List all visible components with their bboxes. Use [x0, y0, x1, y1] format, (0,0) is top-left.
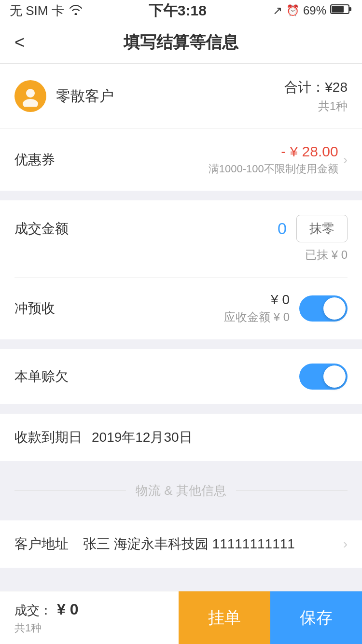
address-value: 张三 海淀永丰科技园 11111111111 — [83, 535, 343, 553]
back-button[interactable]: < — [14, 32, 25, 53]
logistics-label: 物流 & 其他信息 — [136, 482, 226, 499]
bottom-total-amount: ¥ 0 — [57, 601, 78, 618]
prepay-toggle[interactable] — [299, 295, 348, 322]
due-date-section: 收款到期日 2019年12月30日 — [0, 414, 362, 461]
customer-section: 零散客户 合计：¥28 共1种 优惠券 - ¥ 28.00 满1000-100不… — [0, 64, 362, 191]
coupon-label: 优惠券 — [14, 151, 55, 169]
bottom-total-label: 成交： — [14, 602, 52, 619]
battery-icon — [330, 3, 352, 18]
status-bar: 无 SIM 卡 下午3:18 ↗ ⏰ 69% — [0, 0, 362, 21]
status-right: ↗ ⏰ 69% — [273, 3, 352, 18]
svg-point-4 — [23, 99, 38, 107]
customer-row: 零散客户 合计：¥28 共1种 — [0, 64, 362, 128]
bottom-count: 共1种 — [14, 621, 164, 635]
bottom-total-row: 成交： ¥ 0 — [14, 601, 164, 619]
due-date-row: 收款到期日 2019年12月30日 — [14, 428, 348, 447]
carrier-label: 无 SIM 卡 — [10, 2, 64, 19]
prepay-right: ¥ 0 应收金额 ¥ 0 — [224, 292, 348, 325]
page-title: 填写结算等信息 — [124, 31, 238, 54]
credit-toggle[interactable] — [299, 364, 348, 390]
customer-total: 合计：¥28 共1种 — [284, 78, 348, 114]
content: 零散客户 合计：¥28 共1种 优惠券 - ¥ 28.00 满1000-100不… — [0, 64, 362, 635]
credit-row: 本单赊欠 — [14, 364, 348, 390]
prepay-amount: ¥ 0 — [224, 292, 290, 308]
deal-sub: 已抹 ¥ 0 — [14, 247, 348, 263]
logistics-divider: 物流 & 其他信息 — [0, 471, 362, 511]
bottom-left: 成交： ¥ 0 共1种 — [0, 601, 179, 635]
divider-line-right — [236, 490, 348, 491]
svg-rect-2 — [332, 6, 344, 13]
alarm-icon: ⏰ — [286, 4, 299, 17]
battery-label: 69% — [303, 4, 326, 17]
deal-label: 成交金额 — [14, 220, 69, 238]
credit-section: 本单赊欠 — [0, 349, 362, 404]
prepay-info: ¥ 0 应收金额 ¥ 0 — [224, 292, 290, 325]
prepay-row: 冲预收 ¥ 0 应收金额 ¥ 0 — [14, 277, 348, 325]
svg-rect-1 — [349, 7, 351, 11]
divider-line-left — [14, 490, 126, 491]
deal-amount[interactable]: 0 — [248, 219, 287, 238]
address-chevron-icon: › — [343, 536, 348, 552]
svg-point-3 — [26, 89, 35, 98]
coupon-row[interactable]: 优惠券 - ¥ 28.00 满1000-100不限制使用金额 › — [0, 128, 362, 191]
coupon-amount: - ¥ 28.00 — [209, 143, 338, 160]
chevron-right-icon: › — [343, 152, 348, 168]
address-section[interactable]: 客户地址 张三 海淀永丰科技园 11111111111 › — [0, 520, 362, 568]
credit-label: 本单赊欠 — [14, 367, 69, 386]
total-count: 共1种 — [284, 98, 348, 114]
customer-left: 零散客户 — [14, 80, 114, 112]
nav-bar: < 填写结算等信息 — [0, 21, 362, 64]
prepay-receivable: 应收金额 ¥ 0 — [224, 309, 290, 325]
deal-row: 成交金额 0 抹零 — [14, 215, 348, 242]
location-icon: ↗ — [273, 4, 282, 17]
time-label: 下午3:18 — [149, 1, 207, 21]
prepay-label: 冲预收 — [14, 299, 55, 318]
coupon-right: - ¥ 28.00 满1000-100不限制使用金额 › — [209, 143, 348, 176]
wifi-icon — [69, 3, 83, 18]
customer-name: 零散客户 — [56, 86, 114, 106]
due-date-label: 收款到期日 — [14, 428, 82, 447]
coupon-desc: 满1000-100不限制使用金额 — [209, 162, 338, 176]
total-amount: 合计：¥28 — [284, 78, 348, 97]
bottom-bar: 成交： ¥ 0 共1种 挂单 保存 — [0, 591, 362, 644]
deal-right: 0 抹零 — [248, 215, 348, 242]
status-left: 无 SIM 卡 — [10, 2, 83, 19]
address-row: 客户地址 张三 海淀永丰科技园 11111111111 › — [14, 535, 348, 553]
due-date-value: 2019年12月30日 — [92, 428, 193, 447]
deal-section: 成交金额 0 抹零 已抹 ¥ 0 冲预收 ¥ 0 应收金额 ¥ 0 — [0, 200, 362, 339]
coupon-info: - ¥ 28.00 满1000-100不限制使用金额 — [209, 143, 338, 176]
address-label: 客户地址 — [14, 535, 69, 553]
customer-avatar — [14, 80, 46, 112]
round-button[interactable]: 抹零 — [296, 215, 348, 242]
save-button[interactable]: 保存 — [270, 591, 362, 644]
hang-button[interactable]: 挂单 — [179, 591, 270, 644]
